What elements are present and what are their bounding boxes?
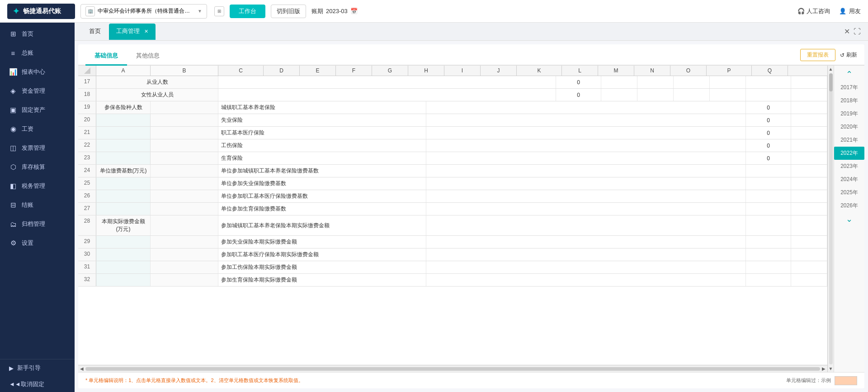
year-item-2025[interactable]: 2025年 [834, 186, 864, 199]
cell-17-k[interactable]: 0 [556, 76, 601, 88]
cell-17-p[interactable] [746, 76, 791, 88]
cell-30-q[interactable] [791, 249, 827, 261]
cell-28-b[interactable] [151, 215, 218, 235]
cell-25-d[interactable] [426, 177, 746, 190]
year-item-2020[interactable]: 2020年 [834, 120, 864, 134]
year-item-2018[interactable]: 2018年 [834, 94, 864, 107]
cell-22-d[interactable] [426, 139, 746, 152]
sidebar-item-archive[interactable]: 🗂 归档管理 [0, 215, 75, 234]
cell-26-c[interactable]: 单位参加职工基本医疗保险缴费基数 [218, 190, 426, 202]
col-header-m[interactable]: M [598, 66, 634, 76]
col-header-o[interactable]: O [670, 66, 707, 76]
cell-31-q[interactable] [791, 261, 827, 273]
cell-30-p[interactable] [746, 249, 791, 261]
cell-26-q[interactable] [791, 190, 827, 202]
cell-30-d[interactable] [426, 249, 746, 261]
cell-24-a[interactable]: 单位缴费基数(万元) [96, 165, 151, 177]
cell-30-a[interactable] [96, 249, 151, 261]
cell-20-a[interactable] [96, 114, 151, 126]
cell-24-p[interactable] [746, 165, 791, 177]
cell-21-p[interactable]: 0 [746, 127, 791, 139]
sidebar-item-report[interactable]: 📊 报表中心 [0, 62, 75, 81]
sidebar-item-settings[interactable]: ⚙ 设置 [0, 234, 75, 253]
cell-26-b[interactable] [151, 190, 218, 202]
cell-29-c[interactable]: 参加失业保险本期实际缴费金额 [218, 236, 426, 248]
cell-24-d[interactable] [426, 165, 746, 177]
new-guide-button[interactable]: ▶ 新手引导 [0, 359, 75, 377]
cell-27-b[interactable] [151, 203, 218, 215]
cell-22-a[interactable] [96, 139, 151, 152]
col-header-k[interactable]: K [517, 66, 562, 76]
cell-32-a[interactable] [96, 274, 151, 286]
col-header-l[interactable]: L [562, 66, 598, 76]
h-scroll-row[interactable]: ◀ ▶ [78, 365, 827, 372]
expand-window-icon[interactable]: ⛶ [854, 28, 861, 36]
col-header-b[interactable]: B [151, 66, 218, 76]
cell-32-d[interactable] [426, 274, 746, 286]
cancel-fixed-button[interactable]: ◄◄取消固定 [0, 377, 75, 392]
col-header-i[interactable]: I [444, 66, 481, 76]
sidebar-item-assets[interactable]: ▣ 固定资产 [0, 100, 75, 120]
cell-20-d[interactable] [426, 114, 746, 126]
sidebar-item-close[interactable]: ⊟ 结账 [0, 196, 75, 215]
cell-19-c[interactable]: 城镇职工基本养老保险 [218, 101, 426, 114]
cell-20-q[interactable] [791, 114, 827, 126]
cell-22-q[interactable] [791, 139, 827, 152]
h-scroll-bar[interactable] [85, 367, 820, 371]
v-scroll-thumb[interactable] [829, 73, 833, 91]
col-header-n[interactable]: N [634, 66, 670, 76]
cell-18-q[interactable] [791, 89, 827, 101]
cell-19-a[interactable]: 参保各险种人数 [96, 101, 151, 114]
cell-21-c[interactable]: 职工基本医疗保险 [218, 127, 426, 139]
cell-23-d[interactable] [426, 152, 746, 164]
cell-18-o[interactable] [710, 89, 746, 101]
reset-report-button[interactable]: 重置报表 [800, 49, 835, 61]
company-selector[interactable]: 🏢 中审众环会计师事务所（特殊普通合伙...） ▼ [80, 4, 207, 19]
cell-31-p[interactable] [746, 261, 791, 273]
year-item-2021[interactable]: 2021年 [834, 134, 864, 147]
cell-18-a[interactable]: 女性从业人员 [96, 89, 218, 101]
cell-29-q[interactable] [791, 236, 827, 248]
user-area[interactable]: 👤 用友 [839, 7, 861, 15]
cell-30-c[interactable]: 参加职工基本医疗保险本期实际缴费金额 [218, 249, 426, 261]
cell-23-a[interactable] [96, 152, 151, 164]
cell-19-b[interactable] [151, 101, 218, 114]
cell-25-c[interactable]: 单位参加失业保险缴费基数 [218, 177, 426, 190]
cell-28-c[interactable]: 参加城镇职工基本养老保险本期实际缴费金额 [218, 215, 426, 235]
sidebar-item-salary[interactable]: ◉ 工资 [0, 120, 75, 139]
cell-20-c[interactable]: 失业保险 [218, 114, 426, 126]
cell-28-a[interactable]: 本期实际缴费金额(万元) [96, 215, 151, 235]
ai-consult-button[interactable]: 🎧 人工咨询 [797, 7, 830, 15]
year-item-2024[interactable]: 2024年 [834, 173, 864, 186]
cell-27-a[interactable] [96, 203, 151, 215]
cell-27-p[interactable] [746, 203, 791, 215]
cell-27-q[interactable] [791, 203, 827, 215]
cell-23-q[interactable] [791, 152, 827, 164]
cell-17-n[interactable] [674, 76, 710, 88]
year-nav-down-icon[interactable]: ⌄ [834, 212, 864, 226]
refresh-button[interactable]: ↺ 刷新 [840, 51, 857, 59]
year-item-2026[interactable]: 2026年 [834, 199, 864, 212]
cell-22-b[interactable] [151, 139, 218, 152]
year-item-2019[interactable]: 2019年 [834, 107, 864, 120]
col-header-a[interactable]: A [96, 66, 151, 76]
cell-18-c[interactable] [218, 89, 556, 101]
cell-19-d[interactable] [426, 101, 746, 114]
cell-22-p[interactable]: 0 [746, 139, 791, 152]
cell-28-q[interactable] [791, 215, 827, 235]
sidebar-item-finance[interactable]: ◈ 资金管理 [0, 81, 75, 100]
cell-21-a[interactable] [96, 127, 151, 139]
sidebar-item-invoice[interactable]: ◫ 发票管理 [0, 139, 75, 158]
cell-21-q[interactable] [791, 127, 827, 139]
h-scroll-right-icon[interactable]: ▶ [822, 366, 826, 371]
tab-close-icon[interactable]: ✕ [144, 29, 148, 34]
cell-17-c[interactable] [218, 76, 556, 88]
v-scroll-up-icon[interactable]: ▲ [828, 66, 834, 72]
cell-32-p[interactable] [746, 274, 791, 286]
cell-18-p[interactable] [746, 89, 791, 101]
cell-30-b[interactable] [151, 249, 218, 261]
cell-27-d[interactable] [426, 203, 746, 215]
cell-25-q[interactable] [791, 177, 827, 190]
cell-31-a[interactable] [96, 261, 151, 273]
cell-29-d[interactable] [426, 236, 746, 248]
